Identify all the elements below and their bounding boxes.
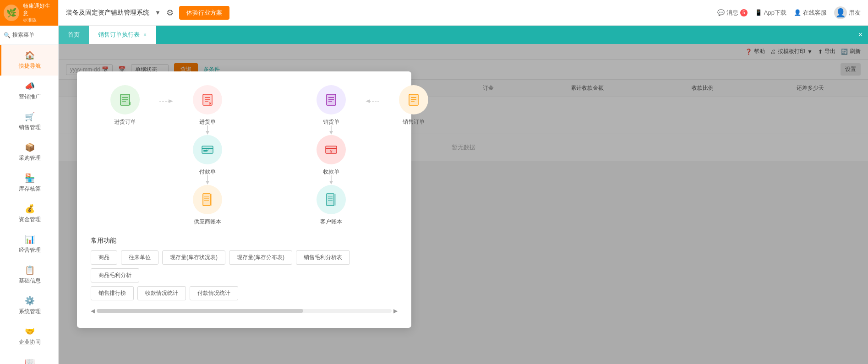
svg-rect-0 (120, 94, 130, 105)
guide-icon: 📖 (25, 357, 35, 364)
sidebar-item-quick-nav[interactable]: 🏠 快捷导航 (0, 45, 58, 76)
sidebar-nav: 🏠 快捷导航 📣 营销推广 🛒 销售管理 📦 采购管理 🏪 库存核算 💰 (0, 45, 58, 364)
message-badge: 5 (740, 9, 748, 16)
quick-nav-modal: 进货订单 (77, 71, 411, 328)
customer-ledger-icon (317, 185, 346, 214)
func-btn-sales-rank[interactable]: 销售排行榜 (91, 286, 134, 300)
receipt-icon: ¥ (317, 135, 346, 164)
common-functions: 常用功能 商品 往来单位 现存量(库存状况表) 现存量(库存分布表) 销售毛利分… (91, 237, 398, 300)
svg-marker-7 (169, 99, 173, 103)
sidebar-item-inventory[interactable]: 🏪 库存核算 (0, 168, 58, 198)
flow-node-purchase-order[interactable]: 进货订单 (110, 85, 140, 126)
svg-rect-48 (327, 194, 334, 206)
tab-sales-orders[interactable]: 销售订单执行表 × (89, 26, 156, 44)
func-btn-sales-gross[interactable]: 销售毛利分析表 (296, 250, 350, 265)
logo-text: 畅康通好生意 标准版 (23, 3, 55, 23)
supplier-ledger-icon (193, 185, 222, 214)
experience-button[interactable]: 体验行业方案 (179, 6, 229, 20)
page-content: ❓ 帮助 🖨 按模板打印 ▼ ⬆ 导出 🔄 刷新 (59, 44, 868, 364)
scrollbar-track (97, 309, 392, 313)
operations-icon: 📊 (25, 234, 35, 244)
online-service-button[interactable]: 👤 在线客服 (794, 9, 827, 17)
system-dropdown[interactable]: ▼ (155, 9, 161, 16)
search-menu-button[interactable]: 🔍 搜索菜单 (4, 29, 55, 41)
flow-node-customer-ledger[interactable]: 客户账本 (317, 185, 346, 226)
func-btn-partner[interactable]: 往来单位 (121, 250, 158, 265)
sidebar-item-marketing[interactable]: 📣 营销推广 (0, 76, 58, 106)
modal-scrollbar: ◀ ▶ (91, 308, 398, 314)
purchase-order-label: 进货订单 (114, 118, 136, 126)
function-buttons: 商品 往来单位 现存量(库存状况表) 现存量(库存分布表) 销售毛利分析表 商品… (91, 250, 398, 283)
arrow-so-sr (366, 98, 379, 104)
scroll-left-icon[interactable]: ◀ (91, 308, 95, 314)
func-btn-payment-stat[interactable]: 付款情况统计 (190, 286, 238, 300)
sidebar-item-basic-info[interactable]: 📋 基础信息 (0, 260, 58, 290)
modal-overlay[interactable]: 进货订单 (59, 44, 868, 364)
finance-icon: 💰 (25, 204, 35, 214)
message-button[interactable]: 💬 消息 5 (717, 9, 748, 17)
sales-receipt-label: 销货单 (323, 118, 339, 126)
svg-rect-13 (327, 94, 336, 105)
flow-node-receipt[interactable]: ¥ 收款单 (317, 135, 346, 176)
basic-info-icon: 📋 (25, 265, 35, 275)
flow-node-payment[interactable]: ¥ 付款单 (193, 135, 222, 176)
sidebar-search[interactable]: 🔍 搜索菜单 (0, 26, 58, 45)
purchase-receipt-icon (193, 85, 222, 114)
sidebar-item-system[interactable]: ⚙️ 系统管理 (0, 290, 58, 321)
scroll-right-icon[interactable]: ▶ (393, 308, 398, 314)
tabbar: 首页 销售订单执行表 × × (59, 26, 868, 44)
svg-rect-50 (334, 194, 336, 206)
dropdown-arrow-icon: ▼ (155, 9, 161, 16)
marketing-icon: 📣 (25, 81, 35, 91)
sales-order-icon (399, 85, 428, 114)
inventory-icon: 🏪 (25, 173, 35, 183)
svg-marker-28 (329, 131, 333, 135)
svg-rect-42 (203, 194, 210, 206)
sidebar-item-sales[interactable]: 🛒 销售管理 (0, 106, 58, 137)
flow-node-supplier-ledger[interactable]: 供应商账本 (193, 185, 222, 226)
sidebar-item-guide[interactable]: 📖 新手引导 (0, 352, 58, 364)
svg-marker-19 (366, 99, 370, 103)
func-btn-receipt-stat[interactable]: 收款情况统计 (137, 286, 186, 300)
sales-icon: 🛒 (25, 112, 35, 122)
scrollbar-thumb[interactable] (97, 309, 303, 313)
download-icon: 📱 (755, 9, 762, 16)
flow-node-purchase-receipt[interactable]: 进货单 (193, 85, 222, 126)
func-btn-product-gross[interactable]: 商品毛利分析 (91, 268, 139, 283)
svg-text:¥: ¥ (206, 148, 209, 152)
arrow-po-pr (159, 98, 173, 104)
arrow-down-sr (328, 125, 334, 136)
sidebar-item-purchase[interactable]: 📦 采购管理 (0, 137, 58, 168)
sidebar-item-finance[interactable]: 💰 资金管理 (0, 198, 58, 229)
tab-home[interactable]: 首页 (59, 26, 89, 44)
avatar: 👤 (834, 6, 847, 19)
purchase-receipt-label: 进货单 (199, 118, 216, 126)
tab-close-icon[interactable]: × (143, 32, 147, 38)
system-icon: ⚙️ (25, 296, 35, 306)
svg-rect-44 (210, 194, 212, 206)
settings-icon[interactable]: ⚙ (166, 8, 174, 18)
service-icon: 👤 (794, 9, 801, 16)
tab-bar-close-icon[interactable]: × (858, 31, 863, 39)
func-btn-product[interactable]: 商品 (91, 250, 117, 265)
topbar: 装备及固定资产辅助管理系统 ▼ ⚙ 体验行业方案 💬 消息 5 📱 App下载 … (59, 0, 868, 26)
app-download-button[interactable]: 📱 App下载 (755, 9, 786, 17)
func-btn-stock-dist[interactable]: 现存量(库存分布表) (229, 250, 292, 265)
sidebar-item-operations[interactable]: 📊 经营管理 (0, 229, 58, 260)
receipt-label: 收款单 (323, 168, 339, 176)
topbar-right: 💬 消息 5 📱 App下载 👤 在线客服 👤 用友 (717, 6, 861, 19)
system-title: 装备及固定资产辅助管理系统 (66, 9, 149, 17)
flow-node-sales-receipt[interactable]: 销货单 (317, 85, 346, 126)
user-menu[interactable]: 👤 用友 (834, 6, 861, 19)
purchase-order-icon (110, 85, 140, 114)
main-content: 装备及固定资产辅助管理系统 ▼ ⚙ 体验行业方案 💬 消息 5 📱 App下载 … (59, 0, 868, 364)
func-btn-stock-status[interactable]: 现存量(库存状况表) (162, 250, 225, 265)
svg-marker-39 (206, 181, 209, 185)
sidebar: 🌿 畅康通好生意 标准版 🔍 搜索菜单 🏠 快捷导航 📣 营销推广 🛒 (0, 0, 59, 364)
arrow-down-pay (205, 175, 210, 186)
flow-node-sales-order[interactable]: 销售订单 (399, 85, 428, 126)
sidebar-item-enterprise[interactable]: 🤝 企业协同 (0, 321, 58, 352)
message-icon: 💬 (717, 9, 725, 16)
sidebar-logo: 🌿 畅康通好生意 标准版 (0, 0, 58, 26)
arrow-down-pr (205, 125, 210, 136)
